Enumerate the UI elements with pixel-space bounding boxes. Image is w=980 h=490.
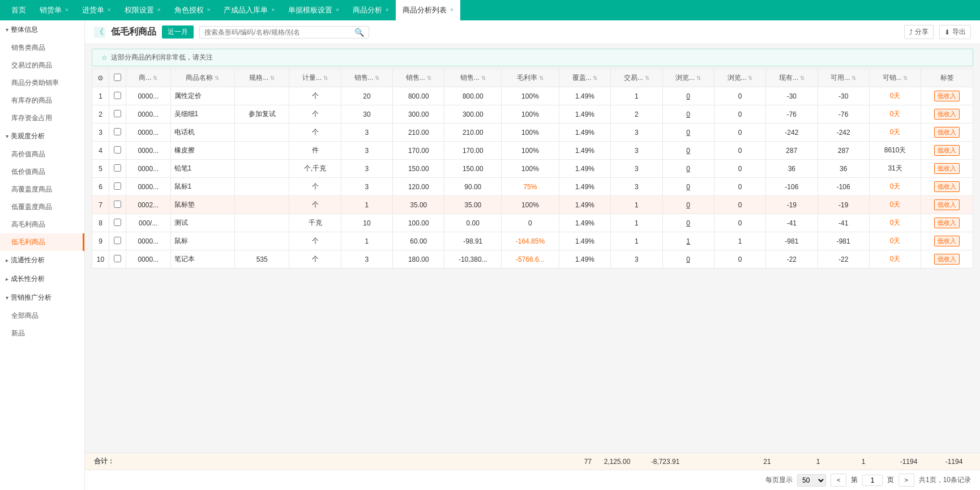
col-unit[interactable]: 计量... (289, 69, 341, 87)
sidebar-item-low-value[interactable]: 低价值商品 (0, 163, 84, 181)
nav-sales[interactable]: 销货单 × (33, 0, 75, 20)
row-checkbox[interactable] (114, 219, 121, 226)
row-checkbox[interactable] (114, 201, 121, 208)
sidebar-item-high-coverage[interactable]: 高覆盖度商品 (0, 181, 84, 198)
row-checkbox-cell[interactable] (109, 196, 126, 214)
col-select-all[interactable] (109, 69, 126, 87)
sidebar-group-growth[interactable]: ▸ 成长性分析 (0, 270, 84, 288)
row-checkbox[interactable] (114, 92, 121, 99)
browse1-link[interactable]: 0 (686, 110, 690, 118)
close-product-entry-tab[interactable]: × (271, 0, 275, 20)
sidebar-item-capital-usage[interactable]: 库存资金占用 (0, 109, 84, 127)
close-roles-tab[interactable]: × (207, 0, 211, 20)
col-price[interactable]: 销售... (393, 69, 444, 87)
page-size-select[interactable]: 10 20 50 100 (797, 474, 826, 487)
col-code[interactable]: 商... (126, 69, 171, 87)
browse1-link[interactable]: 0 (686, 147, 690, 155)
col-gross[interactable]: 毛利率 (502, 69, 559, 87)
search-input[interactable] (204, 28, 354, 36)
sidebar-group-circulation[interactable]: ▸ 流通性分析 (0, 251, 84, 270)
row-browse1[interactable]: 0 (662, 142, 714, 160)
page-number-input[interactable] (862, 475, 883, 486)
sidebar-item-low-margin[interactable]: 低毛利商品 (0, 233, 84, 251)
nav-permissions[interactable]: 权限设置 × (118, 0, 168, 20)
sidebar-item-traded-products[interactable]: 交易过的商品 (0, 57, 84, 74)
browse1-link[interactable]: 0 (686, 129, 690, 137)
col-saleable[interactable]: 可销... (869, 69, 921, 87)
row-browse1[interactable]: 1 (662, 232, 714, 250)
sidebar-group-overview[interactable]: ▾ 整体信息 (0, 20, 84, 39)
nav-product-entry[interactable]: 产成品入库单 × (217, 0, 281, 20)
col-browse1[interactable]: 浏览... (662, 69, 714, 87)
row-browse1[interactable]: 0 (662, 123, 714, 142)
row-browse1[interactable]: 0 (662, 160, 714, 178)
row-checkbox[interactable] (114, 182, 121, 190)
row-checkbox[interactable] (114, 128, 121, 135)
export-button[interactable]: ⬇ 导出 (939, 25, 971, 39)
nav-analysis-list[interactable]: 商品分析列表 × (396, 0, 460, 20)
nav-template-settings[interactable]: 单据模板设置 × (281, 0, 346, 20)
col-name[interactable]: 商品名称 (170, 69, 234, 87)
browse1-link[interactable]: 0 (686, 183, 690, 191)
row-browse1[interactable]: 0 (662, 178, 714, 196)
sidebar-item-high-value[interactable]: 高价值商品 (0, 146, 84, 163)
sidebar-item-in-stock[interactable]: 有库存的商品 (0, 92, 84, 109)
row-browse1[interactable]: 0 (662, 250, 714, 269)
row-checkbox-cell[interactable] (109, 105, 126, 123)
search-icon[interactable]: 🔍 (354, 28, 364, 37)
col-trade[interactable]: 交易... (611, 69, 662, 87)
row-browse1[interactable]: 0 (662, 214, 714, 232)
row-checkbox-cell[interactable] (109, 160, 126, 178)
browse1-link[interactable]: 1 (686, 237, 690, 245)
row-checkbox[interactable] (114, 110, 121, 117)
col-qty[interactable]: 销售... (341, 69, 392, 87)
sidebar-group-marketing[interactable]: ▾ 营销推广分析 (0, 288, 84, 307)
row-checkbox[interactable] (114, 164, 121, 172)
row-checkbox-cell[interactable] (109, 214, 126, 232)
browse1-link[interactable]: 0 (686, 255, 690, 263)
sidebar-item-all-products[interactable]: 全部商品 (0, 307, 84, 325)
sidebar-group-beauty[interactable]: ▾ 美观度分析 (0, 127, 84, 146)
row-browse1[interactable]: 0 (662, 87, 714, 105)
row-checkbox[interactable] (114, 237, 121, 244)
close-purchase-tab[interactable]: × (108, 0, 111, 20)
nav-product-analysis[interactable]: 商品分析 × (346, 0, 396, 20)
row-checkbox-cell[interactable] (109, 250, 126, 269)
close-analysis-list-tab[interactable]: × (450, 0, 453, 20)
col-settings[interactable]: ⚙ (92, 69, 109, 87)
col-spec[interactable]: 规格... (234, 69, 289, 87)
next-page-btn[interactable]: ＞ (898, 474, 914, 487)
nav-purchase[interactable]: 进货单 × (75, 0, 118, 20)
date-filter-btn[interactable]: 近一月 (162, 25, 194, 39)
nav-home[interactable]: 首页 (5, 0, 33, 20)
row-checkbox-cell[interactable] (109, 123, 126, 142)
col-available[interactable]: 可用... (818, 69, 869, 87)
nav-roles[interactable]: 角色授权 × (168, 0, 217, 20)
select-all-checkbox[interactable] (114, 74, 121, 81)
browse1-link[interactable]: 0 (686, 201, 690, 209)
row-checkbox-cell[interactable] (109, 178, 126, 196)
close-permissions-tab[interactable]: × (157, 0, 161, 20)
browse1-link[interactable]: 0 (686, 219, 690, 227)
col-amount[interactable]: 销售... (444, 69, 502, 87)
sidebar-item-category-sales-rate[interactable]: 商品分类助销率 (0, 74, 84, 92)
close-analysis-tab[interactable]: × (386, 0, 389, 20)
close-template-tab[interactable]: × (336, 0, 339, 20)
sidebar-item-high-margin[interactable]: 高毛利商品 (0, 216, 84, 233)
sidebar-item-new-products[interactable]: 新品 (0, 325, 84, 342)
sidebar-item-sales-products[interactable]: 销售类商品 (0, 39, 84, 57)
row-browse1[interactable]: 0 (662, 105, 714, 123)
col-current[interactable]: 现有... (766, 69, 818, 87)
sidebar-item-low-coverage[interactable]: 低覆盖度商品 (0, 198, 84, 216)
share-button[interactable]: ⤴ 分享 (904, 25, 934, 39)
row-checkbox[interactable] (114, 255, 121, 262)
row-checkbox[interactable] (114, 146, 121, 154)
row-checkbox-cell[interactable] (109, 232, 126, 250)
row-checkbox-cell[interactable] (109, 87, 126, 105)
browse1-link[interactable]: 0 (686, 165, 690, 173)
sidebar-collapse-btn[interactable]: 《 (94, 27, 105, 38)
row-checkbox-cell[interactable] (109, 142, 126, 160)
prev-page-btn[interactable]: ＜ (831, 474, 846, 487)
row-browse1[interactable]: 0 (662, 196, 714, 214)
col-coverage[interactable]: 覆盖... (559, 69, 610, 87)
